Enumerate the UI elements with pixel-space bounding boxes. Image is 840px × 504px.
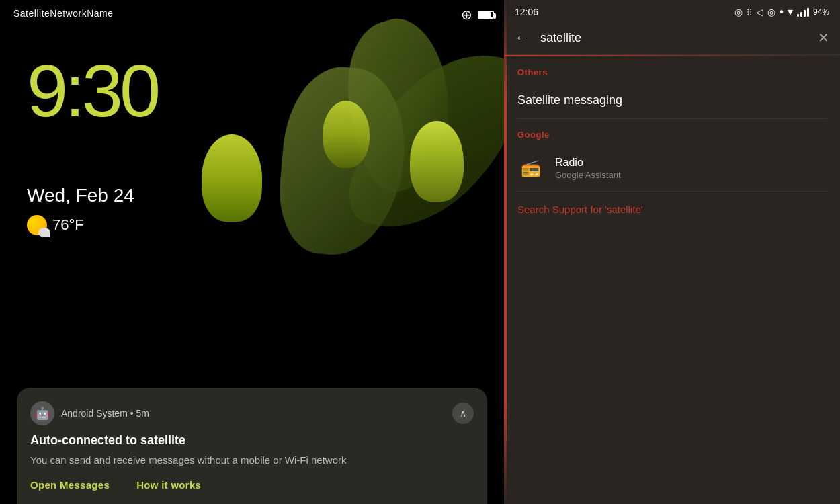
search-support-link[interactable]: Search Support for 'satellite' [504, 192, 840, 228]
notif-header-left: 🤖 Android System • 5m [30, 401, 149, 425]
whatsapp-icon: ◎ [734, 7, 743, 17]
flower-3 [202, 134, 262, 222]
radio-icon: 📻 [521, 159, 541, 177]
search-bar: ← satellite ✕ [504, 21, 840, 55]
dot-icon: • [780, 6, 784, 18]
section-label-others: Others [504, 56, 840, 83]
wifi-icon: ▾ [788, 5, 793, 18]
clock-display: 9:30 [27, 54, 157, 128]
open-messages-button[interactable]: Open Messages [30, 479, 110, 491]
flower-2 [323, 101, 370, 168]
notification-card: 🤖 Android System • 5m ∧ Auto-connected t… [17, 388, 487, 504]
network-name: SatelliteNetworkName [13, 8, 114, 19]
notification-header: 🤖 Android System • 5m ∧ [30, 401, 474, 425]
notif-source: Android System • 5m [61, 408, 149, 419]
radio-title: Radio [555, 157, 621, 169]
result-title-satellite: Satellite messaging [517, 93, 827, 108]
notification-body: You can send and receive messages withou… [30, 453, 474, 467]
notification-title: Auto-connected to satellite [30, 433, 474, 448]
weather-display: 76°F [27, 215, 84, 235]
notif-source-info: Android System • 5m [61, 407, 149, 419]
clear-button[interactable]: ✕ [818, 30, 829, 46]
result-radio[interactable]: 📻 Radio Google Assistant [504, 145, 840, 191]
android-robot-icon: 🤖 [35, 406, 50, 421]
temperature: 76°F [52, 216, 84, 234]
location-icon: ◁ [756, 7, 763, 17]
panel-divider [504, 0, 507, 504]
battery-icon [478, 11, 494, 19]
back-button[interactable]: ← [515, 29, 530, 46]
date-display: Wed, Feb 24 [27, 185, 134, 206]
settings-panel: 12:06 ◎ ⁞⁞ ◁ ◎ • ▾ 94% ← satell [504, 0, 840, 504]
satellite-signal-icon: ⊕ [461, 7, 472, 23]
how-it-works-button[interactable]: How it works [136, 479, 201, 491]
battery-percentage: 94% [813, 7, 829, 17]
battery-fill [479, 12, 491, 17]
search-input[interactable]: satellite [540, 31, 807, 45]
signal-bars [797, 7, 809, 17]
target-icon: ◎ [767, 7, 775, 17]
phone-screen: SatelliteNetworkName ⊕ 9:30 Wed, Feb 24 … [0, 0, 504, 504]
search-support-text: Search Support for 'satellite' [517, 204, 643, 215]
android-system-icon: 🤖 [30, 401, 54, 425]
flower-1 [410, 121, 464, 202]
expand-button[interactable]: ∧ [452, 403, 474, 424]
status-right-icons: ◎ ⁞⁞ ◁ ◎ • ▾ 94% [734, 5, 829, 18]
weather-icon [27, 215, 47, 235]
result-satellite-messaging[interactable]: Satellite messaging [504, 83, 840, 118]
search-results: Others Satellite messaging Google 📻 Radi… [504, 56, 840, 504]
status-time: 12:06 [515, 7, 538, 17]
section-label-google: Google [504, 119, 840, 145]
settings-status-bar: 12:06 ◎ ⁞⁞ ◁ ◎ • ▾ 94% [504, 0, 840, 21]
radio-icon-box: 📻 [517, 155, 544, 181]
notification-actions: Open Messages How it works [30, 479, 474, 491]
grid-icon: ⁞⁞ [747, 7, 752, 17]
radio-text-group: Radio Google Assistant [555, 157, 621, 180]
chevron-up-icon: ∧ [460, 408, 466, 419]
status-icons: ⊕ [461, 7, 494, 23]
radio-subtitle: Google Assistant [555, 170, 621, 180]
